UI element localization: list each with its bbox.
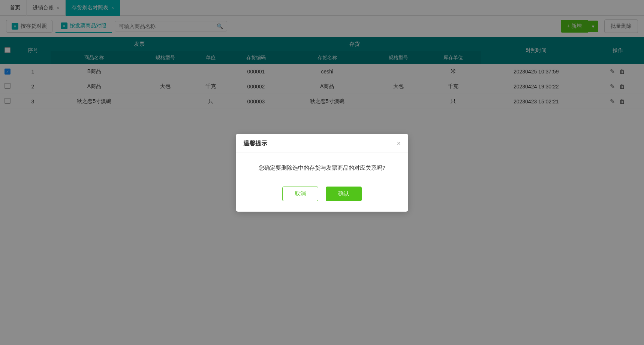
modal-overlay: 温馨提示 × 您确定要删除选中的存货与发票商品的对应关系吗? 取消 确认 — [0, 0, 644, 345]
btn-confirm[interactable]: 确认 — [326, 187, 362, 201]
dialog-header: 温馨提示 × — [236, 134, 408, 152]
btn-cancel[interactable]: 取消 — [282, 187, 318, 201]
dialog-title: 温馨提示 — [243, 140, 267, 148]
dialog-close-button[interactable]: × — [397, 140, 401, 147]
dialog-message: 您确定要删除选中的存货与发票商品的对应关系吗? — [259, 164, 385, 171]
dialog-body: 您确定要删除选中的存货与发票商品的对应关系吗? — [236, 152, 408, 181]
dialog-footer: 取消 确认 — [236, 181, 408, 212]
confirm-dialog: 温馨提示 × 您确定要删除选中的存货与发票商品的对应关系吗? 取消 确认 — [236, 134, 408, 212]
